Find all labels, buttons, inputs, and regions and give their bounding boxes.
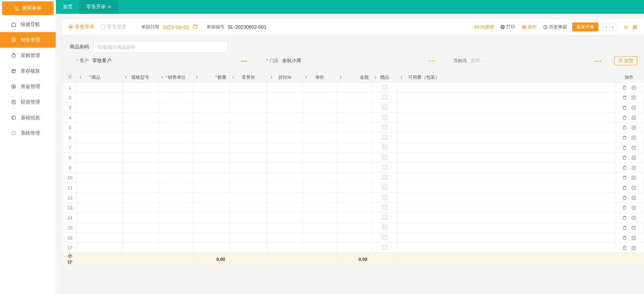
checkbox-icon[interactable] (382, 85, 387, 89)
sidebar-item-0[interactable]: 快捷导航 (0, 17, 56, 32)
print-link[interactable]: 打印 (500, 24, 515, 30)
checkbox-icon[interactable] (382, 95, 387, 99)
add-row-icon[interactable] (631, 155, 636, 160)
add-row-icon[interactable] (631, 225, 636, 230)
table-row[interactable]: 1 (63, 83, 644, 93)
col-spec[interactable]: ▲▼规格型号 (122, 73, 158, 83)
checkbox-icon[interactable] (382, 155, 387, 160)
table-row[interactable]: 3 (63, 103, 644, 113)
customer-picker[interactable]: *客户 零散客户 ••• (70, 58, 260, 64)
sidebar-item-2[interactable]: 采购管理 (0, 48, 56, 63)
checkbox-icon[interactable] (382, 125, 387, 130)
delete-row-icon[interactable] (622, 155, 627, 160)
add-row-icon[interactable] (631, 175, 636, 180)
gift-cell[interactable] (372, 183, 397, 193)
gift-cell[interactable] (372, 193, 397, 203)
checkbox-icon[interactable] (382, 175, 387, 180)
add-row-icon[interactable] (631, 195, 636, 200)
delete-row-icon[interactable] (622, 105, 627, 110)
calendar-icon[interactable] (193, 24, 198, 30)
gift-cell[interactable] (372, 173, 397, 183)
table-row[interactable]: 16 (63, 233, 644, 243)
gift-cell[interactable] (372, 163, 397, 173)
sidebar-item-1[interactable]: 销售管理 (0, 32, 56, 48)
col-available[interactable]: ▲▼可用量（包装） (397, 73, 614, 83)
delete-row-icon[interactable] (622, 165, 627, 170)
next-doc-button[interactable] (609, 23, 616, 31)
delete-row-icon[interactable] (622, 95, 627, 100)
store-picker[interactable]: *门店 余杭小库 ••• (260, 58, 448, 64)
delete-row-icon[interactable] (622, 205, 627, 210)
sidebar-item-6[interactable]: 基础信息 (0, 110, 56, 125)
date-value[interactable]: 2023-06-02 (163, 24, 189, 30)
add-row-icon[interactable] (631, 205, 636, 210)
table-row[interactable]: 4 (63, 113, 644, 123)
checkbox-icon[interactable] (382, 235, 387, 240)
table-row[interactable]: 10 (63, 173, 644, 183)
gift-cell[interactable] (372, 223, 397, 233)
table-row[interactable]: 11 (63, 183, 644, 193)
checkbox-icon[interactable] (382, 145, 387, 150)
add-row-icon[interactable] (631, 125, 636, 130)
history-link[interactable]: 历史单据 (543, 24, 567, 30)
guide-picker[interactable]: 导购员 选择... ••• (448, 58, 614, 64)
table-row[interactable]: 8 (63, 153, 644, 163)
checkbox-icon[interactable] (382, 245, 387, 250)
table-row[interactable]: 13 (63, 203, 644, 213)
sidebar-item-5[interactable]: 经营管理 (0, 94, 56, 110)
delete-row-icon[interactable] (622, 125, 627, 130)
add-row-icon[interactable] (631, 185, 636, 190)
checkbox-icon[interactable] (382, 165, 387, 170)
col-gift[interactable]: ▲▼赠品 (372, 73, 397, 83)
delete-row-icon[interactable] (622, 175, 627, 180)
search-menu-button[interactable]: 搜索菜单 (2, 1, 54, 15)
delete-row-icon[interactable] (622, 85, 627, 90)
add-row-icon[interactable] (631, 145, 636, 150)
tab-1[interactable]: 零售开单✕ (79, 0, 118, 14)
checkbox-icon[interactable] (382, 185, 387, 190)
checkbox-icon[interactable] (382, 205, 387, 210)
checkbox-icon[interactable] (382, 105, 387, 110)
sidebar-item-4[interactable]: ¥资金管理 (0, 79, 56, 94)
gift-cell[interactable] (372, 153, 397, 163)
add-row-icon[interactable] (631, 235, 636, 240)
col-price[interactable]: ▲▼零售价 (229, 73, 267, 83)
checkbox-icon[interactable] (382, 215, 387, 220)
guide-more-icon[interactable]: ••• (595, 58, 602, 64)
table-row[interactable]: 6 (63, 133, 644, 143)
add-row-icon[interactable] (631, 85, 636, 90)
add-row-icon[interactable] (631, 245, 636, 250)
add-row-icon[interactable] (631, 135, 636, 140)
table-row[interactable]: 14 (63, 213, 644, 223)
col-discount[interactable]: ▲▼折扣% (268, 73, 302, 83)
table-row[interactable]: 2 (63, 93, 644, 103)
delete-row-icon[interactable] (622, 145, 627, 150)
gift-cell[interactable] (372, 233, 397, 243)
add-row-icon[interactable] (631, 115, 636, 120)
col-unit[interactable]: ▲▼*销售单位 (158, 73, 193, 83)
header-gear[interactable] (63, 73, 77, 83)
gift-cell[interactable] (372, 113, 397, 123)
checkbox-icon[interactable] (382, 195, 387, 200)
delete-row-icon[interactable] (622, 115, 627, 120)
add-row-icon[interactable] (631, 215, 636, 220)
operate-link[interactable]: 操作 (521, 24, 537, 30)
table-row[interactable]: 17 (63, 243, 644, 253)
table-row[interactable]: 7 (63, 143, 644, 153)
tab-0[interactable]: 首页 (56, 0, 79, 14)
table-row[interactable]: 15 (63, 223, 644, 233)
batch-order-button[interactable]: 批发开单 (572, 22, 598, 31)
delete-row-icon[interactable] (622, 235, 627, 240)
gift-cell[interactable] (372, 243, 397, 253)
gift-cell[interactable] (372, 213, 397, 223)
gift-cell[interactable] (372, 93, 397, 103)
delete-row-icon[interactable] (622, 185, 627, 190)
list-view-icon[interactable] (622, 23, 629, 31)
checkbox-icon[interactable] (382, 225, 387, 230)
delete-row-icon[interactable] (622, 245, 627, 250)
shortcut-link[interactable]: 快捷键 (474, 24, 494, 30)
col-unit-price[interactable]: ▲▼单价 (302, 73, 337, 83)
barcode-input[interactable] (93, 41, 228, 53)
gift-cell[interactable] (372, 143, 397, 153)
checkbox-icon[interactable] (382, 115, 387, 120)
